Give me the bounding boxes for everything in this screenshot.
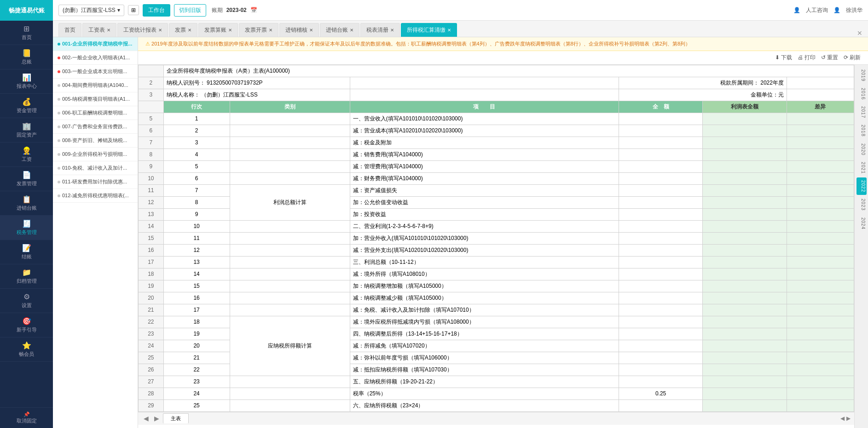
sidebar-item-label: 税务管理 xyxy=(17,229,37,236)
left-item-label: 003-一般企业成本支出明细... xyxy=(62,68,127,75)
sheet-prev-btn[interactable]: ◀ xyxy=(142,415,150,422)
tab-close-salary[interactable]: ✕ xyxy=(107,28,110,33)
year-2019[interactable]: 2019 xyxy=(856,67,867,84)
sidebar-item-assets[interactable]: 🏢 固定资产 xyxy=(0,118,53,143)
status-dot xyxy=(58,181,60,183)
right-content: ⚠ 2019年度涉及取以前年度结转数据的申报表单元格需要手工维护正确，才能保证本… xyxy=(138,37,868,428)
sidebar-item-reports[interactable]: 📊 报表中心 xyxy=(0,69,53,94)
tab-close-income-tax[interactable]: ✕ xyxy=(447,28,451,33)
year-2020[interactable]: 2020 xyxy=(856,141,867,158)
sidebar-item-capital[interactable]: 💰 资金管理 xyxy=(0,94,53,118)
table-row: 5 1 一、营业收入(填写A101010\101020\103000) xyxy=(139,113,854,125)
left-item-label: 004-期间费用明细表(A1040... xyxy=(62,82,128,89)
left-item-008[interactable]: 008-资产折旧、摊销及纳税... xyxy=(53,134,138,148)
left-item-001[interactable]: 001-企业所得税年度纳税申报... xyxy=(53,37,138,51)
spreadsheet-container: 企业所得税年度纳税申报表（A类）主表(A100000) 2 纳税人识别号： 91… xyxy=(138,65,868,428)
switch-old-button[interactable]: 切到旧版 xyxy=(174,4,206,17)
currency-label: 金额单位：元 xyxy=(751,91,784,98)
tab-close-sales-ledger[interactable]: ✕ xyxy=(350,28,353,33)
sidebar-item-archive[interactable]: 📁 归档管理 xyxy=(0,264,53,289)
left-item-006[interactable]: 006-职工薪酬纳税调整明细... xyxy=(53,106,138,120)
salary-icon: 👷 xyxy=(22,146,31,155)
sheet-tab-main[interactable]: 主表 xyxy=(163,413,189,423)
sidebar-item-home[interactable]: ⊞ 首页 xyxy=(0,21,53,45)
sidebar-item-member[interactable]: ⭐ 畅会员 xyxy=(0,337,53,362)
tab-salary[interactable]: 工资表 ✕ xyxy=(82,23,116,37)
tab-close-tax-clearance[interactable]: ✕ xyxy=(390,28,394,33)
year-2022[interactable]: 2022 xyxy=(856,177,867,195)
tab-sales-ledger[interactable]: 进销台账 ✕ xyxy=(320,23,359,37)
reset-button[interactable]: ↺ 重置 xyxy=(821,54,838,62)
taxpayer-name-value: （勿删）江西服宝-LSS xyxy=(201,91,258,98)
sidebar-item-sales[interactable]: 📋 进销台账 xyxy=(0,191,53,216)
tab-home[interactable]: 首页 xyxy=(58,23,81,37)
calendar-icon: 📅 xyxy=(250,7,257,13)
status-dot xyxy=(58,153,60,156)
tab-invoice-open[interactable]: 发票开票 ✕ xyxy=(239,23,278,37)
tab-sales-check[interactable]: 进销稽核 ✕ xyxy=(279,23,319,37)
topbar-copy-btn[interactable]: ⊞ xyxy=(128,5,139,15)
sidebar-item-label: 工资 xyxy=(22,156,32,163)
left-item-003[interactable]: 003-一般企业成本支出明细... xyxy=(53,65,138,79)
year-2021[interactable]: 2021 xyxy=(856,159,867,177)
company-selector[interactable]: (勿删）江西服宝-LSS ▾ xyxy=(58,5,124,16)
ai-consult-label[interactable]: 人工咨询 xyxy=(806,6,828,14)
reset-icon: ↺ xyxy=(821,54,826,61)
tab-invoice[interactable]: 发票 ✕ xyxy=(169,23,197,37)
left-item-011[interactable]: 011-研发费用加计扣除优惠... xyxy=(53,175,138,189)
sheet-next-btn[interactable]: ▶ xyxy=(152,415,161,422)
sidebar-item-label: 归档管理 xyxy=(17,278,37,285)
tab-income-tax[interactable]: 所得税汇算清缴 ✕ xyxy=(401,23,457,37)
sidebar-item-guide[interactable]: 🎯 新手引导 xyxy=(0,313,53,337)
year-2016[interactable]: 2016 xyxy=(856,85,867,103)
download-button[interactable]: ⬇ 下载 xyxy=(775,54,792,62)
sidebar-item-ledger[interactable]: 📒 总账 xyxy=(0,45,53,69)
sidebar-item-invoice[interactable]: 📄 发票管理 xyxy=(0,167,53,191)
ai-consult-icon: 👤 xyxy=(793,7,800,13)
sidebar-item-label: 新手引导 xyxy=(17,326,37,333)
table-row: 6 2 减：营业成本(填写A102010\102020\103000) xyxy=(139,125,854,137)
tab-close-invoice-account[interactable]: ✕ xyxy=(228,28,232,33)
sidebar-item-tax[interactable]: 🧾 税务管理 xyxy=(0,216,53,240)
warning-icon: ⚠ xyxy=(145,41,150,46)
left-item-002[interactable]: 002-一般企业收入明细表(A1... xyxy=(53,51,138,65)
table-row: 17 13 三、利润总额（10-11-12） xyxy=(139,256,854,268)
bottom-tabs: ◀ ▶ 主表 ◀ ▶ xyxy=(138,412,854,425)
refresh-button[interactable]: ⟳ 刷新 xyxy=(844,54,861,62)
left-item-004[interactable]: 004-期间费用明细表(A1040... xyxy=(53,79,138,92)
print-button[interactable]: 🖨 打印 xyxy=(798,54,816,62)
scroll-right-icon[interactable]: ▶ xyxy=(846,415,851,422)
workbench-button[interactable]: 工作台 xyxy=(143,4,170,17)
spreadsheet-main: 企业所得税年度纳税申报表（A类）主表(A100000) 2 纳税人识别号： 91… xyxy=(138,65,854,428)
taxpayer-name-cell: 纳税人名称： （勿删）江西服宝-LSS xyxy=(163,89,350,101)
table-info-row-2: 3 纳税人名称： （勿删）江西服宝-LSS 金额单位：元 xyxy=(139,89,854,101)
tab-close-invoice-open[interactable]: ✕ xyxy=(269,28,272,33)
left-item-007[interactable]: 007-广告费和业务宣传费跌... xyxy=(53,120,138,134)
user-name[interactable]: 徐洪华 xyxy=(846,6,862,14)
tab-salary-report[interactable]: 工资统计报表 ✕ xyxy=(117,23,168,37)
scroll-left-icon[interactable]: ◀ xyxy=(840,415,845,422)
sidebar: 畅捷通易代账 ⊞ 首页 📒 总账 📊 报表中心 💰 资金管理 🏢 固定资产 👷 … xyxy=(0,0,53,428)
tab-invoice-account[interactable]: 发票算账 ✕ xyxy=(198,23,238,37)
year-2024[interactable]: 2024 xyxy=(856,215,867,232)
left-item-009[interactable]: 009-企业所得税补亏损明细... xyxy=(53,148,138,161)
table-row: 20 16 减：纳税调整减少额（填写A105000） xyxy=(139,292,854,304)
taxpayer-name-label: 纳税人名称： xyxy=(167,91,200,98)
tab-close-salary-report[interactable]: ✕ xyxy=(158,28,162,33)
year-2018[interactable]: 2018 xyxy=(856,122,867,139)
tab-close-invoice[interactable]: ✕ xyxy=(188,28,191,33)
sidebar-item-settings[interactable]: ⚙ 设置 xyxy=(0,289,53,313)
year-2023[interactable]: 2023 xyxy=(856,196,867,213)
tab-close-sales-check[interactable]: ✕ xyxy=(309,28,313,33)
left-item-label: 010-免税、减计收入及加计... xyxy=(62,165,127,171)
sidebar-item-close[interactable]: 📝 结账 xyxy=(0,240,53,264)
table-row: 9 5 减：管理费用(填写A104000) xyxy=(139,160,854,172)
close-all-icon[interactable]: ✕ xyxy=(857,29,862,37)
left-item-005[interactable]: 005-纳税调整项目明细表(A1... xyxy=(53,92,138,106)
sidebar-item-salary[interactable]: 👷 工资 xyxy=(0,143,53,167)
sidebar-unpin[interactable]: 📌 取消固定 xyxy=(0,407,53,428)
year-2017[interactable]: 2017 xyxy=(856,103,867,121)
left-item-012[interactable]: 012-减免所得税优惠明细表(... xyxy=(53,189,138,203)
tab-tax-clearance[interactable]: 税表清册 ✕ xyxy=(360,23,400,37)
left-item-010[interactable]: 010-免税、减计收入及加计... xyxy=(53,161,138,175)
